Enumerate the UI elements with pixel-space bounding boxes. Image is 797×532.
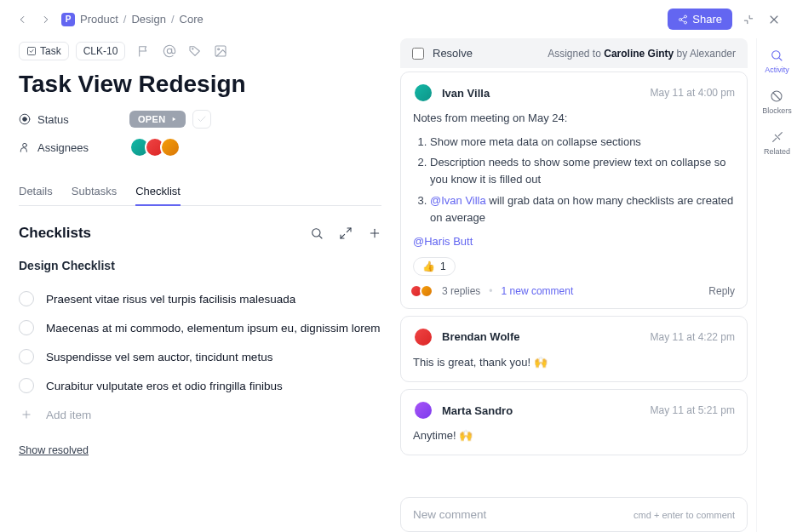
assignees-label: Assignees [19, 141, 129, 154]
svg-point-8 [168, 49, 172, 53]
avatar [160, 137, 181, 157]
flag-icon[interactable] [137, 44, 151, 58]
resolve-checkbox[interactable] [412, 48, 424, 60]
show-resolved-link[interactable]: Show resolved [19, 444, 381, 456]
checklist-item[interactable]: Suspendisse vel sem auctor, tincidunt me… [19, 342, 381, 371]
resolve-bar: Resolve Assigned to Caroline Ginty by Al… [400, 38, 748, 68]
comment-author: Ivan Villa [442, 87, 490, 100]
thread-footer: 3 replies•1 new commentReply [413, 284, 735, 298]
share-button[interactable]: Share [668, 9, 732, 30]
breadcrumb[interactable]: P Product / Design / Core [61, 13, 204, 26]
comment: Brendan WolfeMay 11 at 4:22 pmThis is gr… [400, 316, 748, 382]
avatar [413, 400, 433, 420]
task-id-chip[interactable]: CLK-10 [76, 42, 126, 60]
svg-line-27 [773, 93, 780, 100]
svg-line-19 [341, 234, 345, 238]
avatar [413, 83, 433, 103]
mention-icon[interactable] [163, 44, 176, 58]
mention[interactable]: @Ivan Villa [430, 194, 486, 207]
svg-line-17 [319, 236, 322, 238]
status-badge[interactable]: OPEN [129, 111, 186, 128]
svg-line-4 [682, 17, 685, 19]
checkbox-circle[interactable] [19, 320, 34, 335]
checklist-title: Design Checklist [19, 259, 381, 272]
svg-point-24 [772, 51, 780, 59]
svg-rect-7 [28, 48, 36, 55]
tab-checklist[interactable]: Checklist [135, 178, 181, 206]
svg-point-15 [23, 143, 27, 147]
comment-time: May 11 at 5:21 pm [651, 404, 735, 416]
new-comment-input[interactable]: New comment cmd + enter to comment [400, 497, 748, 532]
expand-icon[interactable] [339, 226, 353, 240]
breadcrumb-item[interactable]: Product [80, 13, 118, 26]
svg-marker-14 [173, 117, 176, 122]
task-title: Task View Redesign [19, 71, 381, 98]
plus-icon [19, 407, 34, 422]
comment-author: Brendan Wolfe [442, 330, 520, 343]
search-icon[interactable] [310, 226, 324, 240]
tab-details[interactable]: Details [19, 178, 53, 205]
checkbox-circle[interactable] [19, 378, 34, 393]
product-logo-icon: P [61, 13, 75, 26]
minimize-icon[interactable] [739, 10, 758, 29]
image-icon[interactable] [214, 44, 227, 58]
rightbar-related[interactable]: Related [764, 130, 790, 156]
checklist-item[interactable]: Maecenas at mi commodo, elementum ipsum … [19, 313, 381, 342]
comment-time: May 11 at 4:22 pm [651, 331, 735, 343]
nav-back-icon[interactable] [14, 11, 31, 28]
comment: Ivan VillaMay 11 at 4:00 pmNotes from me… [400, 72, 748, 309]
avatar [413, 327, 433, 347]
checkbox-circle[interactable] [19, 291, 34, 306]
svg-point-9 [192, 49, 193, 49]
comment-time: May 11 at 4:00 pm [651, 87, 735, 99]
rightbar-blockers[interactable]: Blockers [762, 89, 792, 115]
add-item-button[interactable]: Add item [19, 400, 381, 429]
status-label: Status [19, 113, 129, 126]
checklist-item[interactable]: Praesent vitae risus vel turpis facilisi… [19, 284, 381, 313]
svg-point-16 [312, 229, 320, 237]
svg-point-11 [218, 49, 220, 50]
resolve-label: Resolve [433, 47, 473, 60]
checkbox-circle[interactable] [19, 349, 34, 364]
reply-button[interactable]: Reply [708, 285, 735, 297]
share-button-label: Share [692, 13, 722, 26]
checklist-item[interactable]: Curabitur vulputate eros et odio fringil… [19, 371, 381, 400]
comment: Marta SandroMay 11 at 5:21 pmAnytime! 🙌 [400, 389, 748, 455]
reaction-button[interactable]: 👍 1 [413, 257, 456, 276]
breadcrumb-item[interactable]: Design [131, 13, 165, 26]
rightbar-activity[interactable]: Activity [765, 49, 789, 74]
breadcrumb-item[interactable]: Core [180, 13, 204, 26]
tag-icon[interactable] [188, 44, 202, 58]
blockers-icon [770, 89, 783, 103]
close-icon[interactable] [765, 10, 783, 29]
search-icon [770, 49, 783, 62]
assigned-to-text: Assigned to Caroline Ginty by Alexander [548, 48, 736, 60]
related-icon [771, 130, 784, 144]
mention[interactable]: @Haris Butt [413, 235, 473, 248]
new-comment-hint: cmd + enter to comment [634, 510, 735, 520]
add-icon[interactable] [368, 226, 381, 240]
nav-forward-icon[interactable] [37, 11, 54, 28]
svg-point-13 [23, 117, 27, 122]
svg-line-25 [780, 58, 783, 60]
svg-line-3 [682, 20, 685, 21]
checklists-heading: Checklists [19, 225, 310, 242]
tab-subtasks[interactable]: Subtasks [72, 178, 117, 205]
task-type-chip[interactable]: Task [19, 42, 69, 60]
assignee-avatars[interactable] [129, 137, 181, 157]
comment-author: Marta Sandro [442, 404, 513, 417]
svg-line-18 [347, 228, 351, 232]
complete-checkbox[interactable] [192, 110, 211, 129]
